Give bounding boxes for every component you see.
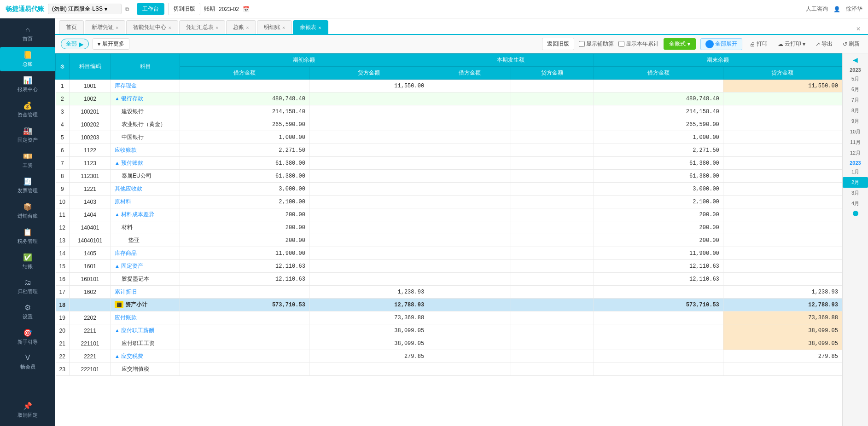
account-link[interactable]: 库存商品: [115, 250, 137, 256]
account-link[interactable]: 预付账款: [121, 160, 143, 166]
row-name[interactable]: 应付账款: [111, 311, 180, 324]
switch-version-button[interactable]: 切到旧版: [168, 3, 200, 15]
sidebar-item-archive[interactable]: 🗂 归档管理: [0, 275, 55, 299]
account-link[interactable]: 累计折旧: [115, 288, 137, 295]
refresh-button[interactable]: ↺ 刷新: [840, 39, 862, 49]
sidebar-item-tax[interactable]: 📋 税务管理: [0, 224, 55, 248]
calendar-icon[interactable]: 📅: [243, 6, 250, 12]
row-name[interactable]: ▲预付账款: [111, 157, 180, 170]
full-mode-button[interactable]: 全账式 ▾: [664, 38, 696, 50]
aux-checkbox[interactable]: [579, 41, 585, 47]
row-name[interactable]: ▲应付职工薪酬: [111, 324, 180, 337]
sidebar-item-settle[interactable]: ✅ 结账: [0, 249, 55, 274]
sidebar-item-pin[interactable]: 📌 取消固定: [0, 398, 55, 422]
close-all-icon[interactable]: ✕: [852, 24, 864, 34]
print-button[interactable]: 🖨 打印: [747, 39, 770, 49]
consult-button[interactable]: 人工咨询: [806, 5, 828, 13]
row-name[interactable]: 其他应收款: [111, 183, 180, 196]
row-name[interactable]: 中国银行: [111, 131, 180, 144]
row-name[interactable]: 应付职工工资: [111, 337, 180, 350]
tab-ledger[interactable]: 总账 ×: [226, 20, 256, 34]
table-row[interactable]: 71123▲预付账款61,380.0061,380.00: [56, 157, 842, 170]
row-name[interactable]: ▲银行存款: [111, 92, 180, 105]
tab-home[interactable]: 首页: [59, 20, 84, 34]
month-1[interactable]: 1月: [843, 167, 868, 177]
row-name[interactable]: 农业银行（黄金）: [111, 118, 180, 131]
expand-more-button[interactable]: ▾ 展开更多: [93, 38, 129, 50]
tab-detail[interactable]: 明细账 ×: [257, 20, 292, 34]
month-6[interactable]: 6月: [843, 84, 868, 95]
cloud-print-button[interactable]: ☁ 云打印 ▾: [775, 39, 808, 49]
sidebar-item-newbie[interactable]: 🎯 新手引导: [0, 325, 55, 349]
table-row[interactable]: 16160101胶提墨记本12,110.6312,110.63: [56, 273, 842, 286]
table-row[interactable]: 91221其他应收款3,000.003,000.00: [56, 183, 842, 196]
row-name[interactable]: 库存商品: [111, 247, 180, 260]
row-name[interactable]: ▲固定资产: [111, 260, 180, 273]
tab-close-icon[interactable]: ×: [168, 25, 171, 30]
row-name[interactable]: 累计折旧: [111, 286, 180, 299]
month-8[interactable]: 8月: [843, 105, 868, 116]
sidebar-item-settings[interactable]: ⚙ 设置: [0, 299, 55, 324]
tab-close-icon[interactable]: ×: [246, 25, 249, 30]
table-row[interactable]: 5100203中国银行1,000.001,000.00: [56, 131, 842, 144]
show-year-check[interactable]: 显示本年累计: [618, 40, 659, 48]
tab-close-icon[interactable]: ×: [282, 25, 285, 30]
month-10[interactable]: 10月: [843, 127, 868, 137]
table-row[interactable]: 171602累计折旧1,238.931,238.93: [56, 286, 842, 299]
account-link[interactable]: 原材料: [115, 198, 131, 205]
table-row[interactable]: 4100202农业银行（黄金）265,590.00265,590.00: [56, 118, 842, 131]
sidebar-item-member[interactable]: V 畅会员: [0, 350, 55, 374]
month-2[interactable]: 2月: [843, 177, 868, 188]
table-row[interactable]: 18▦资产小计573,710.5312,788.93573,710.5312,7…: [56, 299, 842, 311]
sidebar-item-home[interactable]: ⌂ 首页: [0, 22, 55, 46]
table-row[interactable]: 192202应付账款73,369.8873,369.88: [56, 311, 842, 324]
row-name[interactable]: 库存现金: [111, 80, 180, 92]
account-link[interactable]: 固定资产: [121, 263, 143, 269]
sidebar-item-capital[interactable]: 💰 资金管理: [0, 98, 55, 122]
settings-header[interactable]: ⚙: [56, 54, 70, 80]
account-link[interactable]: 应付职工薪酬: [121, 327, 154, 334]
table-row[interactable]: 101403原材料2,100.002,100.00: [56, 196, 842, 208]
account-link[interactable]: 银行存款: [121, 95, 143, 102]
month-4[interactable]: 4月: [843, 198, 868, 209]
expand-panel-icon[interactable]: ◀: [843, 54, 868, 65]
back-button[interactable]: 返回旧版: [542, 38, 574, 50]
all-filter-button[interactable]: 全部 ▶: [61, 39, 89, 49]
sidebar-item-salary[interactable]: 💴 工资: [0, 148, 55, 173]
table-row[interactable]: 1314040101垫亚200.00200.00: [56, 234, 842, 247]
row-name[interactable]: 材料: [111, 221, 180, 234]
table-row[interactable]: 61122应收账款2,271.502,271.50: [56, 144, 842, 157]
tab-balance[interactable]: 余额表 ×: [293, 20, 328, 34]
row-name[interactable]: ▲材料成本差异: [111, 208, 180, 221]
account-link[interactable]: 应付账款: [115, 314, 137, 321]
row-name[interactable]: 垫亚: [111, 234, 180, 247]
sidebar-item-report[interactable]: 📊 报表中心: [0, 72, 55, 97]
tab-close-icon[interactable]: ×: [216, 25, 218, 30]
tab-close-icon[interactable]: ×: [116, 25, 118, 30]
row-name[interactable]: 胶提墨记本: [111, 273, 180, 286]
workbench-button[interactable]: 工作台: [137, 3, 164, 15]
table-row[interactable]: 12140401材料200.00200.00: [56, 221, 842, 234]
table-row[interactable]: 21002▲银行存款480,748.40480,748.40: [56, 92, 842, 105]
table-row[interactable]: 111404▲材料成本差异200.00200.00: [56, 208, 842, 221]
tab-voucher-summary[interactable]: 凭证汇总表 ×: [179, 20, 225, 34]
month-3[interactable]: 3月: [843, 188, 868, 198]
month-9[interactable]: 9月: [843, 116, 868, 127]
table-row[interactable]: 3100201建设银行214,158.40214,158.40: [56, 105, 842, 118]
sidebar-item-ledger[interactable]: 📒 总账: [0, 47, 55, 71]
account-link[interactable]: 其他应收款: [115, 185, 142, 192]
sidebar-item-fixed[interactable]: 🏭 固定资产: [0, 123, 55, 147]
month-5[interactable]: 5月: [843, 74, 868, 84]
month-11[interactable]: 11月: [843, 137, 868, 148]
sidebar-item-purchase[interactable]: 📦 进销台账: [0, 199, 55, 223]
company-selector[interactable]: (勿删) 江西股全-LSS ▾: [48, 4, 122, 14]
row-name[interactable]: 秦属EU公司: [111, 170, 180, 183]
row-name[interactable]: ▲应交税费: [111, 350, 180, 363]
table-row[interactable]: 151601▲固定资产12,110.6312,110.63: [56, 260, 842, 273]
account-link[interactable]: 材料成本差异: [121, 211, 154, 218]
table-row[interactable]: 8112301秦属EU公司61,380.0061,380.00: [56, 170, 842, 183]
month-12[interactable]: 12月: [843, 148, 868, 158]
row-name[interactable]: 应收账款: [111, 144, 180, 157]
account-link[interactable]: 库存现金: [115, 82, 137, 89]
tab-close-icon[interactable]: ×: [318, 25, 321, 30]
